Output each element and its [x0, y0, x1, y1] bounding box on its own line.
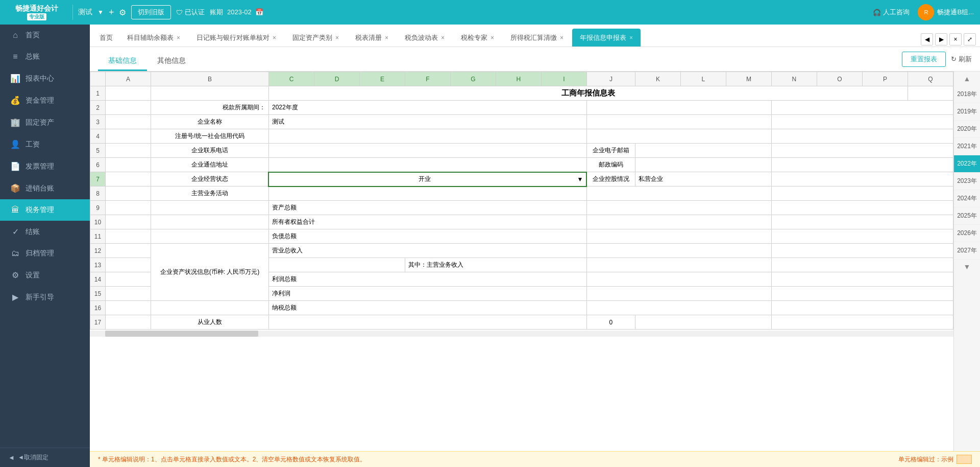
cell-13-c[interactable] — [268, 258, 405, 272]
year-item-2019[interactable]: 2019年 — [954, 103, 980, 121]
tab-sub-account[interactable]: 科目辅助余额表 × — [119, 29, 188, 46]
sub-tab-other[interactable]: 其他信息 — [147, 52, 196, 71]
cell-1-a[interactable] — [106, 86, 151, 101]
cell-17-n[interactable] — [771, 315, 953, 330]
cell-7-n[interactable] — [771, 172, 953, 186]
cell-9-c[interactable]: 资产总额 — [268, 201, 586, 215]
year-item-2027[interactable]: 2027年 — [954, 242, 980, 260]
cell-3-c[interactable]: 测试 — [268, 115, 586, 129]
support-button[interactable]: 🎧 人工咨询 — [873, 8, 910, 17]
cell-9-n[interactable] — [771, 201, 953, 215]
cell-1-b[interactable] — [151, 86, 268, 101]
cell-9-j[interactable] — [586, 201, 771, 215]
cell-4-b[interactable]: 注册号/统一社会信用代码 — [151, 129, 268, 144]
cell-1-q[interactable] — [908, 86, 953, 101]
sidebar-item-archive[interactable]: 🗂 归档管理 — [0, 243, 90, 264]
cell-7-a[interactable] — [106, 172, 151, 186]
tab-close-button[interactable]: × — [949, 33, 962, 45]
year-panel-down-button[interactable]: ▼ — [954, 260, 980, 274]
cell-4-n[interactable] — [771, 129, 953, 144]
settings-icon[interactable]: ⚙ — [119, 8, 126, 17]
cell-17-b[interactable]: 从业人数 — [151, 315, 268, 330]
sidebar-item-fund[interactable]: 💰 资金管理 — [0, 89, 90, 111]
cell-2-a[interactable] — [106, 101, 151, 115]
cell-11-n[interactable] — [771, 229, 953, 244]
tab-expand-button[interactable]: ⤢ — [964, 33, 976, 45]
cell-6-c[interactable] — [268, 158, 586, 172]
cell-3-j[interactable] — [586, 115, 771, 129]
cell-3-n[interactable] — [771, 115, 953, 129]
cell-16-n[interactable] — [771, 301, 953, 315]
cell-17-c[interactable] — [268, 315, 586, 330]
close-tab-icon[interactable]: × — [385, 34, 388, 41]
cell-2-n[interactable] — [771, 101, 953, 115]
cell-16-c[interactable]: 纳税总额 — [268, 301, 586, 315]
cell-11-b[interactable] — [151, 229, 268, 244]
cell-4-c[interactable] — [268, 129, 586, 144]
close-tab-icon[interactable]: × — [560, 34, 564, 41]
cell-10-n[interactable] — [771, 215, 953, 229]
calendar-icon[interactable]: 📅 — [255, 8, 263, 16]
cell-12-c[interactable]: 营业总收入 — [268, 244, 586, 258]
cell-10-a[interactable] — [106, 215, 151, 229]
sidebar-item-stock[interactable]: 📦 进销台账 — [0, 177, 90, 199]
close-tab-icon[interactable]: × — [629, 34, 633, 41]
cell-6-n[interactable] — [771, 158, 953, 172]
collapse-sidebar-button[interactable]: ◄ ◄取消固定 — [0, 448, 90, 467]
tab-next-button[interactable]: ▶ — [935, 33, 947, 45]
spreadsheet-container[interactable]: A B C D E F G H I J K L — [90, 72, 953, 451]
cell-12-j[interactable] — [586, 244, 771, 258]
year-item-2023[interactable]: 2023年 — [954, 173, 980, 190]
year-item-2026[interactable]: 2026年 — [954, 225, 980, 242]
switch-old-version-button[interactable]: 切到旧版 — [131, 5, 171, 19]
cell-5-j[interactable]: 企业电子邮箱 — [586, 144, 635, 158]
tab-prev-button[interactable]: ◀ — [921, 33, 933, 45]
sidebar-item-asset[interactable]: 🏢 固定资产 — [0, 111, 90, 133]
sub-tab-basic[interactable]: 基础信息 — [98, 52, 147, 71]
tab-income-tax[interactable]: 所得税汇算清缴 × — [503, 29, 571, 46]
cell-3-b[interactable]: 企业名称 — [151, 115, 268, 129]
user-menu[interactable]: R 畅捷通B组... — [918, 4, 974, 20]
cell-16-b[interactable] — [151, 301, 268, 315]
cell-8-j[interactable] — [586, 186, 771, 201]
cell-16-a[interactable] — [106, 301, 151, 315]
cell-14-j[interactable] — [586, 272, 771, 287]
year-item-2025[interactable]: 2025年 — [954, 207, 980, 225]
cell-title[interactable]: 工商年报信息表 — [268, 86, 908, 101]
tab-annual-report[interactable]: 年报信息申报表 × — [572, 29, 641, 46]
cell-4-j[interactable] — [586, 129, 771, 144]
cell-17-j[interactable]: 0 — [586, 315, 635, 330]
cell-15-j[interactable] — [586, 287, 771, 301]
sidebar-item-home[interactable]: ⌂ 首页 — [0, 25, 90, 46]
close-tab-icon[interactable]: × — [441, 34, 445, 41]
sidebar-item-report[interactable]: 📊 报表中心 — [0, 67, 90, 89]
cell-10-j[interactable] — [586, 215, 771, 229]
cell-14-c[interactable]: 利润总额 — [268, 272, 586, 287]
add-tab-button[interactable]: + — [109, 7, 114, 18]
sidebar-item-setting[interactable]: ⚙ 设置 — [0, 264, 90, 286]
cell-11-j[interactable] — [586, 229, 771, 244]
tab-tax-wave[interactable]: 税负波动表 × — [397, 29, 452, 46]
cell-5-b[interactable]: 企业联系电话 — [151, 144, 268, 158]
cell-10-c[interactable]: 所有者权益合计 — [268, 215, 586, 229]
cell-12-n[interactable] — [771, 244, 953, 258]
cell-2-c[interactable]: 2022年度 — [268, 101, 586, 115]
sidebar-item-settle[interactable]: ✓ 结账 — [0, 221, 90, 243]
close-tab-icon[interactable]: × — [335, 34, 339, 41]
cell-8-a[interactable] — [106, 186, 151, 201]
tab-tax-expert[interactable]: 税检专家 × — [453, 29, 502, 46]
cell-6-b[interactable]: 企业通信地址 — [151, 158, 268, 172]
cell-9-b[interactable] — [151, 201, 268, 215]
cell-13-a[interactable] — [106, 258, 151, 272]
sidebar-item-ledger[interactable]: ≡ 总账 — [0, 46, 90, 67]
cell-6-k[interactable] — [635, 158, 771, 172]
sidebar-item-guide[interactable]: ▶ 新手引导 — [0, 286, 90, 308]
cell-2-j[interactable] — [586, 101, 771, 115]
cell-15-a[interactable] — [106, 287, 151, 301]
year-item-2020[interactable]: 2020年 — [954, 121, 980, 138]
refresh-button[interactable]: ↻ 刷新 — [951, 55, 972, 64]
cell-6-a[interactable] — [106, 158, 151, 172]
cell-13-e[interactable]: 其中：主营业务收入 — [405, 258, 586, 272]
year-item-2018[interactable]: 2018年 — [954, 86, 980, 103]
tab-home[interactable]: 首页 — [94, 29, 118, 46]
